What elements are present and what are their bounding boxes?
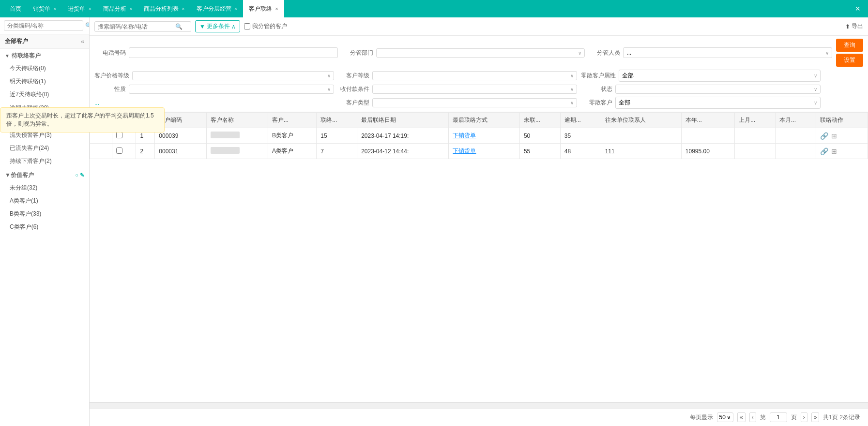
nav-analysis-list[interactable]: 商品分析列表 ×	[138, 0, 190, 17]
nav-home[interactable]: 首页	[4, 0, 27, 17]
nav-customer-segment[interactable]: 客户分层经营 ×	[191, 0, 243, 17]
dept-select[interactable]: ∨	[376, 48, 585, 58]
query-settings-group: 查询 设置	[836, 39, 863, 67]
col-last-contact-date[interactable]: 最后联络日期	[357, 113, 449, 128]
row2-contact: 7	[317, 144, 357, 159]
nav-analysis[interactable]: 商品分析 ×	[97, 0, 138, 17]
col-customer-name[interactable]: 客户名称	[207, 113, 268, 128]
manager-select[interactable]: ... ∨	[623, 47, 832, 58]
col-contact-action[interactable]: 联络动作	[816, 113, 868, 128]
retail-attr-select[interactable]: 全部 ∨	[619, 70, 821, 82]
sidebar-item-declining[interactable]: 持续下滑客户(2)	[0, 155, 89, 168]
row1-uncontacted: 50	[519, 128, 560, 144]
more-conditions-btn[interactable]: ▼ 更多条件 ∧	[195, 20, 240, 32]
sidebar-item-class-a[interactable]: A类客户(1)	[0, 194, 89, 207]
col-last-month[interactable]: 上月...	[735, 113, 776, 128]
my-customers-check[interactable]	[244, 23, 250, 29]
sidebar-collapse-btn[interactable]: «	[81, 38, 84, 45]
page-size-select[interactable]: 50 ∨	[717, 412, 733, 422]
sidebar-item-tomorrow[interactable]: 明天待联络(1)	[0, 75, 89, 88]
payment-select[interactable]: ∨	[372, 85, 578, 94]
row2-actions: 🔗 ⊞	[816, 144, 868, 159]
customer-grade-label: 客户等级	[338, 72, 369, 80]
table-scrollbar[interactable]	[90, 402, 868, 408]
manager-label: 分管人员	[589, 49, 620, 57]
sidebar-all-customers[interactable]: 全部客户 «	[0, 34, 89, 49]
nature-select[interactable]: ∨	[129, 85, 334, 94]
retail-attr-chevron: ∨	[814, 73, 817, 78]
filter-row-1: 电话号码 分管部门 ∨ 分管人员 ... ∨	[94, 39, 863, 67]
phone-input[interactable]	[129, 47, 338, 58]
close-contact-tab[interactable]: ×	[275, 6, 278, 12]
page-unit: 页	[791, 413, 797, 422]
sidebar-search-area: 🔍	[0, 17, 89, 34]
page-size-label: 每页显示	[690, 413, 713, 422]
value-customers-section[interactable]: ▼ 价值客户 ○ ✎	[0, 168, 89, 181]
status-select[interactable]: ∨	[615, 85, 821, 94]
search-icon[interactable]: 🔍	[175, 23, 183, 30]
pending-contact-section[interactable]: ▼ 待联络客户	[0, 49, 89, 62]
value-section-icons[interactable]: ○ ✎	[75, 172, 84, 178]
settings-btn[interactable]: 设置	[836, 54, 863, 67]
col-unit-contact[interactable]: 往来单位联系人	[601, 113, 681, 128]
export-btn[interactable]: ⬆ 导出	[845, 22, 863, 30]
main-layout: 🔍 全部客户 « ▼ 待联络客户 今天待联络(0) 明天待联络(1) 近7天待联…	[0, 17, 868, 426]
close-segment-tab[interactable]: ×	[234, 6, 237, 12]
nature-label: 性质	[94, 85, 126, 93]
row2-checkbox[interactable]	[112, 144, 136, 159]
window-close-btn[interactable]: ×	[851, 4, 864, 14]
col-last-contact-method[interactable]: 最后联络方式	[449, 113, 519, 128]
more-fields-btn[interactable]: ...	[94, 100, 99, 106]
col-customer-type[interactable]: 客户...	[268, 113, 316, 128]
nav-purchase[interactable]: 进货单 ×	[62, 0, 97, 17]
sidebar-item-today[interactable]: 今天待联络(0)	[0, 62, 89, 75]
filter-phone: 电话号码	[94, 47, 338, 58]
nav-customer-contact[interactable]: 客户联络 ×	[243, 0, 284, 17]
row1-link-icon[interactable]: 🔗	[820, 132, 828, 140]
close-analysis-tab[interactable]: ×	[129, 6, 132, 12]
prev-page-btn[interactable]: ‹	[749, 412, 756, 422]
col-this-month[interactable]: 本月...	[776, 113, 816, 128]
row1-name	[207, 128, 268, 144]
retail-attr-label: 零散客户属性	[581, 72, 616, 80]
sidebar-item-ungrouped[interactable]: 未分组(32)	[0, 181, 89, 194]
retail-customer-select[interactable]: 全部 ∨	[615, 97, 821, 109]
first-page-btn[interactable]: «	[737, 412, 746, 422]
search-input[interactable]	[98, 23, 175, 30]
sidebar-search-icon[interactable]: 🔍	[85, 22, 90, 29]
row2-this-year: 10995.00	[681, 144, 734, 159]
search-input-box: 🔍	[94, 21, 191, 32]
row2-last-method[interactable]: 下销货单	[449, 144, 519, 159]
row1-last-method[interactable]: 下销货单	[449, 128, 519, 144]
page-number-input[interactable]	[770, 412, 787, 422]
next-page-btn[interactable]: ›	[801, 412, 807, 422]
row2-link-icon[interactable]: 🔗	[820, 147, 828, 155]
last-page-btn[interactable]: »	[811, 412, 820, 422]
col-uncontacted[interactable]: 未联...	[519, 113, 560, 128]
row1-grid-icon[interactable]: ⊞	[831, 132, 837, 140]
retail-customer-label: 零散客户	[581, 99, 612, 107]
my-customers-checkbox[interactable]: 我分管的客户	[244, 22, 287, 30]
page-size-chevron: ∨	[727, 414, 731, 421]
sidebar-content: 全部客户 « ▼ 待联络客户 今天待联络(0) 明天待联络(1) 近7天待联络(…	[0, 34, 89, 426]
nav-sales[interactable]: 销货单 ×	[27, 0, 62, 17]
sidebar-item-class-b[interactable]: B类客户(33)	[0, 207, 89, 220]
sidebar-search-input[interactable]	[4, 20, 83, 31]
customer-type-select[interactable]: ∨	[372, 98, 578, 107]
sidebar-item-7days[interactable]: 近7天待联络(0)	[0, 88, 89, 101]
row2-type: A类客户	[268, 144, 316, 159]
customer-grade-select[interactable]: ∨	[372, 71, 578, 80]
row2-grid-icon[interactable]: ⊞	[831, 147, 837, 155]
row1-overdue: 35	[560, 128, 601, 144]
sidebar-item-churned[interactable]: 已流失客户(24)	[0, 142, 89, 155]
close-purchase-tab[interactable]: ×	[88, 6, 91, 12]
price-grade-select[interactable]: ∨	[132, 71, 334, 80]
query-btn[interactable]: 查询	[836, 39, 863, 52]
row2-settings	[90, 144, 112, 159]
close-analysis-list-tab[interactable]: ×	[182, 6, 184, 12]
sidebar-item-class-c[interactable]: C类客户(6)	[0, 220, 89, 234]
col-contact-count[interactable]: 联络...	[317, 113, 357, 128]
col-this-year[interactable]: 本年...	[681, 113, 734, 128]
col-overdue[interactable]: 逾期...	[560, 113, 601, 128]
close-sales-tab[interactable]: ×	[53, 6, 56, 12]
